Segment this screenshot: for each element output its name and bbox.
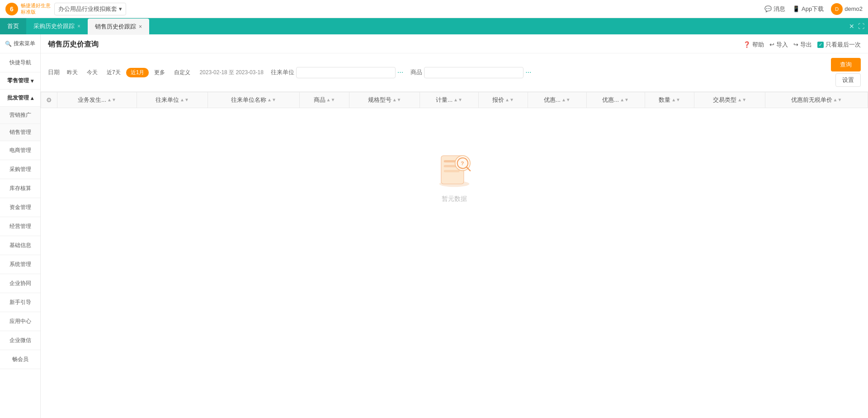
settings-button[interactable]: 设置 [835,73,861,87]
top-header: 6 畅捷通好生意 标准版 办公用品行业模拟账套 ▾ 💬 消息 📱 App下载 D… [0,0,868,18]
date-btn-7days[interactable]: 近7天 [103,68,124,77]
user-area[interactable]: D demo2 [831,3,863,15]
sort-partner-name-icon: ▲▼ [267,98,276,102]
message-icon: 💬 [764,5,772,12]
sidebar-item-basic-info[interactable]: 基础信息 [0,236,40,255]
logo-text: 畅捷通好生意 标准版 [21,3,51,14]
sidebar-item-purchase[interactable]: 采购管理 [0,160,40,179]
sidebar: 🔍 搜索菜单 快捷导航 零售管理 ▾ 批发管理 ▴ 营销推广 销售管理 电商管理… [0,34,41,418]
table-area: ⚙ 业务发生... ▲▼ 往来单位 [41,92,868,418]
col-partner-name[interactable]: 往来单位名称 ▲▼ [208,92,299,108]
col-partner-code[interactable]: 往来单位 ▲▼ [137,92,208,108]
sort-biz-date-icon: ▲▼ [107,98,116,102]
tab-bar: 首页 采购历史价跟踪 × 销售历史价跟踪 × ✕ ⛶ [0,18,868,34]
product-more-icon[interactable]: ··· [525,68,531,76]
sidebar-item-finance[interactable]: 资金管理 [0,198,40,217]
logo-area: 6 畅捷通好生意 标准版 [5,3,51,15]
page-content: 销售历史价查询 ❓ 帮助 ↩ 导入 ↪ 导出 ✓ [41,34,868,418]
sort-quote-icon: ▲▼ [505,98,514,102]
help-btn[interactable]: ❓ 帮助 [743,41,764,49]
sort-trade-type-icon: ▲▼ [737,98,746,102]
sidebar-item-marketing[interactable]: 营销推广 [0,107,40,124]
table-gear-icon[interactable]: ⚙ [46,96,52,104]
partner-label: 往来单位 [271,68,294,76]
top-left: 6 畅捷通好生意 标准版 办公用品行业模拟账套 ▾ [5,3,126,15]
table-header-row: ⚙ 业务发生... ▲▼ 往来单位 [41,92,868,108]
sidebar-item-enterprise[interactable]: 企业协同 [0,274,40,293]
date-btn-yesterday[interactable]: 昨天 [63,68,81,77]
sidebar-item-retail[interactable]: 零售管理 ▾ [0,72,40,90]
date-btn-today[interactable]: 今天 [83,68,101,77]
date-filter-group: 日期 昨天 今天 近7天 近1月 更多 自定义 2023-02-18 至 202… [48,68,264,77]
col-quote[interactable]: 报价 ▲▼ [478,92,528,108]
product-label: 商品 [410,68,422,76]
sidebar-item-wholesale[interactable]: 批发管理 ▴ [0,90,40,107]
export-btn[interactable]: ↪ 导出 [793,41,812,49]
svg-text:?: ? [461,160,464,166]
tab-purchase-history[interactable]: 采购历史价跟踪 × [26,18,88,34]
col-quantity[interactable]: 数量 ▲▼ [645,92,694,108]
page-header-actions: ❓ 帮助 ↩ 导入 ↪ 导出 ✓ 只看最后一次 [743,41,861,49]
sales-history-tab-label: 销售历史价跟踪 [95,23,136,31]
sidebar-item-quick-nav[interactable]: 快捷导航 [0,53,40,72]
sort-discount1-icon: ▲▼ [561,98,571,102]
query-button[interactable]: 查询 [831,58,861,71]
date-btn-more[interactable]: 更多 [151,68,169,77]
partner-input[interactable] [296,67,396,78]
filter-bar: 日期 昨天 今天 近7天 近1月 更多 自定义 2023-02-18 至 202… [41,53,868,92]
tab-close-all-icon[interactable]: ✕ [849,23,854,30]
page-title: 销售历史价查询 [48,40,99,49]
page-header: 销售历史价查询 ❓ 帮助 ↩ 导入 ↪ 导出 ✓ [41,34,868,53]
message-btn[interactable]: 💬 消息 [764,5,785,13]
svg-rect-4 [444,170,460,172]
col-trade-type[interactable]: 交易类型 ▲▼ [694,92,765,108]
partner-more-icon[interactable]: ··· [397,68,403,76]
tab-sales-history[interactable]: 销售历史价跟踪 × [88,19,149,35]
help-icon: ❓ [743,41,750,48]
partner-filter-group: 往来单位 ··· [271,67,403,78]
sales-history-tab-close[interactable]: × [139,24,142,30]
date-range-text: 2023-02-18 至 2023-03-18 [199,69,263,76]
export-icon: ↪ [793,41,798,48]
main-layout: 🔍 搜索菜单 快捷导航 零售管理 ▾ 批发管理 ▴ 营销推广 销售管理 电商管理… [0,34,868,418]
app-download-btn[interactable]: 📱 App下载 [793,5,824,13]
only-last-toggle[interactable]: ✓ 只看最后一次 [817,41,861,49]
col-unit[interactable]: 计量... ▲▼ [420,92,478,108]
col-discount1[interactable]: 优惠... ▲▼ [528,92,586,108]
app-selector[interactable]: 办公用品行业模拟账套 ▾ [54,3,126,15]
home-tab-label: 首页 [7,22,19,30]
sidebar-item-system[interactable]: 系统管理 [0,255,40,274]
sidebar-item-app-center[interactable]: 应用中心 [0,312,40,331]
date-btn-1month[interactable]: 近1月 [126,68,149,77]
avatar: D [831,3,843,15]
sort-partner-code-icon: ▲▼ [180,98,189,102]
sidebar-item-wechat[interactable]: 企业微信 [0,331,40,350]
col-discount2[interactable]: 优惠... ▲▼ [586,92,645,108]
import-btn[interactable]: ↩ 导入 [769,41,788,49]
col-product[interactable]: 商品 ▲▼ [300,92,349,108]
tab-home[interactable]: 首页 [0,18,26,34]
sidebar-item-member[interactable]: 畅会员 [0,350,40,369]
data-table: ⚙ 业务发生... ▲▼ 往来单位 [41,92,868,108]
sidebar-item-sales-mgmt[interactable]: 销售管理 [0,124,40,141]
sidebar-item-ecommerce[interactable]: 电商管理 [0,141,40,160]
sidebar-item-search[interactable]: 🔍 搜索菜单 [0,34,40,53]
purchase-history-tab-close[interactable]: × [77,23,80,29]
empty-state: ? 暂元数据 [41,108,868,239]
sort-quantity-icon: ▲▼ [671,98,680,102]
col-settings: ⚙ [41,92,57,108]
sidebar-item-newbie[interactable]: 新手引导 [0,293,40,312]
tab-expand-icon[interactable]: ⛶ [858,23,864,30]
tab-bar-right: ✕ ⛶ [849,23,868,30]
only-last-checkbox[interactable]: ✓ [817,42,824,48]
top-right: 💬 消息 📱 App下载 D demo2 [764,3,863,15]
sidebar-item-inventory[interactable]: 库存核算 [0,179,40,198]
col-spec[interactable]: 规格型号 ▲▼ [349,92,420,108]
col-pretax-price[interactable]: 优惠前无税单价 ▲▼ [765,92,868,108]
product-input[interactable] [424,67,524,78]
date-btn-custom[interactable]: 自定义 [170,68,194,77]
purchase-history-tab-label: 采购历史价跟踪 [33,22,75,30]
sidebar-item-operations[interactable]: 经营管理 [0,217,40,236]
col-biz-date[interactable]: 业务发生... ▲▼ [57,92,137,108]
product-filter-group: 商品 ··· [410,67,531,78]
